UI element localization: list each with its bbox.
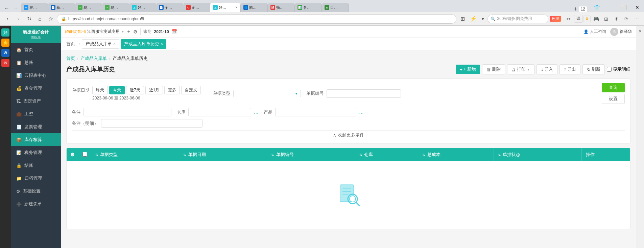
warehouse-dots[interactable]: ...	[254, 109, 258, 115]
collapse-filter-button[interactable]: ∧ 收起更多条件	[333, 132, 364, 138]
th-bill-type[interactable]: ⇅ 单据类型	[91, 148, 179, 161]
minimize-button[interactable]: —	[603, 3, 617, 12]
browser-tab-12[interactable]: S 目…	[322, 3, 349, 12]
sidebar-item-assets[interactable]: 🏗 固定资产	[11, 95, 61, 108]
th-checkbox[interactable]	[79, 148, 91, 161]
nav-logo[interactable]: 畅捷通好会计 旗舰版	[11, 26, 61, 43]
th-bill-status[interactable]: ⇅ 单据状态	[494, 148, 581, 161]
refresh-button[interactable]: ↻ 刷新	[582, 64, 605, 74]
yuan-button[interactable]: ¥	[583, 16, 591, 22]
app-icon-4[interactable]: ✉	[1, 59, 9, 67]
date-btn-custom[interactable]: 自定义	[181, 86, 201, 94]
breadcrumb-list-link[interactable]: 产成品入库单	[80, 55, 107, 62]
sync-button[interactable]: ⟳	[622, 16, 631, 22]
browser-tab-11[interactable]: 📊 各…	[295, 3, 322, 12]
browser-tab-8[interactable]: ☁ 好… ×	[210, 3, 241, 12]
bill-number-input[interactable]	[327, 89, 401, 98]
breadcrumb-home[interactable]: 首页	[64, 40, 78, 48]
sidebar-item-inventory[interactable]: 📦 库存核算	[11, 133, 61, 146]
remark-input[interactable]	[84, 108, 171, 116]
sidebar-item-tax[interactable]: 📝 税务管理	[11, 146, 61, 159]
nav-back-button[interactable]: ‹	[3, 14, 12, 24]
date-btn-today[interactable]: 今天	[109, 86, 125, 94]
date-btn-more[interactable]: 更多	[164, 86, 180, 94]
shirt-icon[interactable]: 👕	[590, 3, 603, 12]
nav-forward-button[interactable]: ›	[14, 14, 23, 24]
add-tab-button[interactable]: +	[574, 6, 577, 12]
export-button[interactable]: ⤴ 导出	[559, 64, 580, 74]
theme-button[interactable]: ☀	[612, 16, 621, 22]
app-icon-3[interactable]: W	[1, 49, 9, 57]
sidebar-item-archive[interactable]: 📁 归档管理	[11, 172, 61, 185]
print-button[interactable]: 🖨 打印 ▼	[507, 64, 534, 74]
browser-tab-9[interactable]: 🌐 腾…	[241, 3, 268, 12]
dropdown-button[interactable]: ▼	[479, 14, 486, 24]
grid-button[interactable]: ⊞	[458, 14, 467, 24]
show-cols-checkbox[interactable]: 显示明细	[607, 66, 630, 72]
company-selector[interactable]: (勿删勿禁用) 江西服宝测试专用 ▼	[65, 29, 124, 35]
right-panel-close-button[interactable]: ×	[639, 28, 641, 34]
browser-tab-2[interactable]: 📄 新…	[48, 3, 75, 12]
translate-button[interactable]: 译	[574, 15, 583, 23]
th-bill-number[interactable]: ⇅ 单据编号	[267, 148, 355, 161]
new-button[interactable]: + + 新增	[456, 65, 480, 74]
settings-filter-button[interactable]: 设置	[602, 94, 625, 104]
select-all-checkbox[interactable]	[82, 152, 87, 157]
browser-tab-6[interactable]: 📄 个…	[156, 3, 183, 12]
bill-type-select[interactable]: ▼	[233, 90, 301, 97]
sidebar-item-salary[interactable]: 💼 工资	[11, 108, 61, 120]
browser-tab-7[interactable]: C 企…	[183, 3, 210, 12]
app-icon-main[interactable]: 好	[1, 28, 9, 37]
sidebar-item-report[interactable]: 📊 云报表中心	[11, 69, 61, 82]
close-button[interactable]: ✕	[630, 3, 644, 12]
lightning-button[interactable]: ⚡	[469, 14, 478, 24]
th-total-cost[interactable]: ⇅ 总成本	[418, 148, 494, 161]
scissors-button[interactable]: ✂	[564, 16, 573, 22]
sidebar-item-invoice[interactable]: 🧾 发票管理	[11, 120, 61, 133]
query-button[interactable]: 查询	[602, 83, 625, 92]
date-btn-7days[interactable]: 近7天	[126, 86, 144, 94]
product-dots[interactable]: ...	[359, 109, 363, 115]
th-warehouse[interactable]: ⇅ 仓库	[355, 148, 418, 161]
game-button[interactable]: 🎮	[591, 16, 601, 22]
tab-list-close[interactable]: ×	[113, 42, 116, 46]
sidebar-item-newbill[interactable]: ➕ 新建凭单	[11, 198, 61, 210]
tab-close-8[interactable]: ×	[235, 5, 238, 10]
tab-history[interactable]: 产成品入库单历史 ×	[121, 39, 166, 49]
tab-list[interactable]: 产成品入库单 ×	[82, 39, 119, 49]
restore-button[interactable]: ⬜	[617, 3, 630, 12]
remark-detail-input[interactable]	[101, 119, 202, 128]
app-icon-2[interactable]: ⭐	[1, 39, 9, 47]
browser-tab-4[interactable]: ✓ 易…	[102, 3, 129, 12]
sidebar-item-closing[interactable]: 🔒 结账	[11, 159, 61, 172]
import-button[interactable]: ⤵ 导入	[536, 64, 557, 74]
calendar-button[interactable]: 📅	[172, 29, 177, 34]
browser-tab-10[interactable]: M 畅…	[268, 3, 295, 12]
product-input[interactable]	[275, 108, 356, 116]
apps-button[interactable]: ⊞	[601, 16, 611, 22]
tab-history-close[interactable]: ×	[161, 42, 163, 46]
forward-button[interactable]: →	[11, 4, 20, 12]
breadcrumb-home-link[interactable]: 首页	[66, 55, 75, 62]
gear-icon[interactable]: ⚙	[70, 152, 75, 157]
sidebar-item-funds[interactable]: 💰 资金管理	[11, 82, 61, 95]
company-settings-button[interactable]: ⚙	[133, 29, 138, 35]
browser-tab-5[interactable]: ☁ 好…	[129, 3, 156, 12]
settings-browser-button[interactable]: ⋯	[632, 16, 641, 22]
sidebar-item-home[interactable]: 🏠 首页	[11, 43, 61, 56]
add-company-button[interactable]: +	[127, 29, 130, 35]
search-bar[interactable]: 🔍 360智能抠图免费用	[487, 15, 548, 23]
sidebar-item-settings[interactable]: ⚙ 基础设置	[11, 185, 61, 198]
back-button[interactable]: ←	[3, 4, 11, 12]
delete-button[interactable]: 🗑 删除	[482, 64, 505, 74]
reload-button[interactable]: ↻	[24, 14, 34, 24]
browser-tab-3[interactable]: ✓ 易…	[75, 3, 102, 12]
date-btn-1month[interactable]: 近1月	[145, 86, 163, 94]
browser-tab-1[interactable]: ● 在…	[21, 3, 48, 12]
home-nav-button[interactable]: ⌂	[35, 14, 45, 24]
user-avatar[interactable]: 徐 徐泽华	[610, 28, 632, 36]
sidebar-item-ledger[interactable]: 📋 总账	[11, 56, 61, 69]
date-btn-yesterday[interactable]: 昨天	[92, 86, 108, 94]
warehouse-input[interactable]	[188, 108, 251, 116]
th-bill-date[interactable]: ⇅ 单据日期	[179, 148, 267, 161]
